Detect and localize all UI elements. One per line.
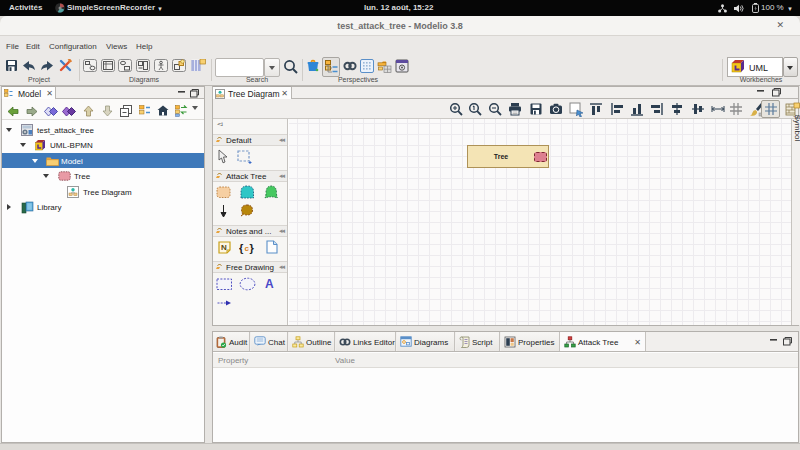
svg-text:{: { [239,242,244,254]
svg-text:}: } [250,242,255,254]
svg-text:N: N [221,243,227,252]
